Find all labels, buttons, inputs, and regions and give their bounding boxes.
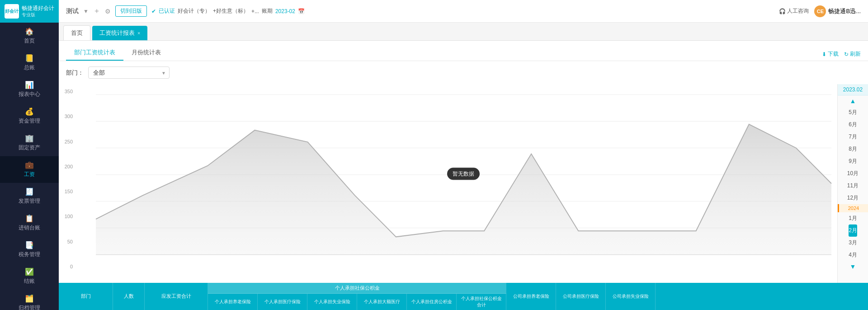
month-item-2023-9月[interactable]: 9月 xyxy=(847,155,859,167)
sidebar-item-salary[interactable]: 💼工资 xyxy=(0,156,59,183)
download-btn[interactable]: ⬇ 下载 xyxy=(822,50,839,58)
sidebar-item-sales[interactable]: 📋进销台账 xyxy=(0,210,59,236)
period-label: 账期 xyxy=(262,7,273,15)
months-2024-list: 1月2月3月4月 xyxy=(849,212,857,261)
chart-area-fill xyxy=(96,124,831,255)
subtabs-actions: ⬇ 下载 ↻ 刷新 xyxy=(822,50,861,61)
sidebar-item-settle[interactable]: ✅结账 xyxy=(0,263,59,290)
year-2023-label: 2023.02 xyxy=(838,84,868,95)
sidebar-label-invoice: 发票管理 xyxy=(19,197,40,205)
sidebar-item-reports[interactable]: 📊报表中心 xyxy=(0,76,59,103)
dept-select[interactable]: 全部销售部财务部人事部技术部 xyxy=(88,67,170,79)
close-tab-btn[interactable]: × xyxy=(137,30,140,36)
months-2023-list: 5月6月7月8月9月10月11月12月 xyxy=(847,106,859,204)
topbar-settings-btn[interactable]: ⚙ xyxy=(105,8,111,15)
more-label: +... xyxy=(251,8,259,14)
topbar-dropdown-arrow[interactable]: ▼ xyxy=(83,8,89,14)
sidebar-label-sales: 进销台账 xyxy=(19,224,40,232)
topbar-title: 测试 xyxy=(66,7,79,15)
sidebar-item-invoice[interactable]: 🧾发票管理 xyxy=(0,183,59,210)
tabbar: 首页 工资统计报表 × xyxy=(59,23,868,41)
th-公司承担养老保险: 公司承担养老保险 xyxy=(506,283,556,310)
sidebar-item-ledger[interactable]: 📒总账 xyxy=(0,49,59,76)
avatar: CE xyxy=(814,5,826,17)
sidebar-logo: 好会计 畅捷通好会计 专业版 xyxy=(0,0,59,23)
month-item-2023-11月[interactable]: 11月 xyxy=(847,180,859,192)
month-item-2023-5月[interactable]: 5月 xyxy=(847,106,859,119)
th-个人承担医疗保险: 个人承担医疗保险 xyxy=(258,294,307,310)
dept-label: 部门： xyxy=(66,69,84,77)
sidebar-item-assets[interactable]: 🏢固定资产 xyxy=(0,129,59,156)
month-item-2024-2月[interactable]: 2月 xyxy=(849,224,857,237)
y-label-0: 0 xyxy=(59,264,75,269)
sidebar: 好会计 畅捷通好会计 专业版 🏠首页📒总账📊报表中心💰资金管理🏢固定资产💼工资🧾… xyxy=(0,0,59,310)
sidebar-nav: 🏠首页📒总账📊报表中心💰资金管理🏢固定资产💼工资🧾发票管理📋进销台账📑税务管理✅… xyxy=(0,23,59,310)
month-item-2023-8月[interactable]: 8月 xyxy=(847,143,859,155)
year-2024-header: 2024 xyxy=(838,204,868,212)
sidebar-item-home[interactable]: 🏠首页 xyxy=(0,23,59,49)
table-header: 部门人数应发工资合计个人承担社保公积金个人承担养老保险个人承担医疗保险个人承担失… xyxy=(59,283,868,310)
headset-icon: 🎧 xyxy=(779,8,786,14)
invoice-icon: 🧾 xyxy=(25,187,34,196)
year-2024-label: 2024 xyxy=(848,205,859,211)
tab-salary-label: 工资统计报表 xyxy=(99,29,135,37)
chart-wrapper: 050100150200250300350 xyxy=(59,84,868,283)
th-公司承担医疗保险: 公司承担医疗保险 xyxy=(556,283,606,310)
cert-icon: ✔ xyxy=(151,8,156,14)
th-个人承担失业保险: 个人承担失业保险 xyxy=(307,294,357,310)
sales-icon: 📋 xyxy=(25,214,34,223)
sidebar-label-assets: 固定资产 xyxy=(19,144,40,152)
y-label-200: 200 xyxy=(59,164,75,169)
refresh-btn[interactable]: ↻ 刷新 xyxy=(844,50,861,58)
topbar: 测试 ▼ ＋ ⚙ 切到旧版 ✔ 已认证 好会计（专） +好生意（标） +... … xyxy=(59,0,868,23)
download-icon: ⬇ xyxy=(822,51,826,57)
topbar-right: 🎧 人工咨询 CE 畅捷通B迅... xyxy=(779,5,861,17)
main-content: 测试 ▼ ＋ ⚙ 切到旧版 ✔ 已认证 好会计（专） +好生意（标） +... … xyxy=(59,0,868,310)
refresh-icon: ↻ xyxy=(844,51,849,57)
logo-icon: 好会计 xyxy=(5,4,19,19)
sidebar-label-salary: 工资 xyxy=(24,171,35,178)
month-item-2023-10月[interactable]: 10月 xyxy=(847,167,859,180)
month-item-2024-4月[interactable]: 4月 xyxy=(849,249,857,261)
sidebar-label-funds: 资金管理 xyxy=(19,117,40,125)
user-menu[interactable]: CE 畅捷通B迅... xyxy=(814,5,861,17)
date-up-arrow[interactable]: ▲ xyxy=(848,95,858,106)
month-item-2024-3月[interactable]: 3月 xyxy=(849,237,857,249)
settle-icon: ✅ xyxy=(25,267,34,276)
date-sidebar: 2023.02 ▲ 5月6月7月8月9月10月11月12月 2024 1月2月3… xyxy=(837,84,868,283)
subtab-月份统计表[interactable]: 月份统计表 xyxy=(123,45,169,61)
topbar-add-btn[interactable]: ＋ xyxy=(93,6,100,16)
user-name: 畅捷通B迅... xyxy=(828,7,861,15)
sidebar-item-tax[interactable]: 📑税务管理 xyxy=(0,236,59,263)
funds-icon: 💰 xyxy=(25,107,34,116)
tab-salary-report[interactable]: 工资统计报表 × xyxy=(92,26,147,40)
tab-home[interactable]: 首页 xyxy=(63,25,90,40)
month-item-2023-12月[interactable]: 12月 xyxy=(847,192,859,204)
assist-btn[interactable]: 🎧 人工咨询 xyxy=(779,7,809,15)
th-group-header: 个人承担社保公积金 xyxy=(208,283,506,294)
tab-home-label: 首页 xyxy=(71,29,83,37)
y-label-300: 300 xyxy=(59,114,75,119)
assets-icon: 🏢 xyxy=(25,134,34,143)
ledger-icon: 📒 xyxy=(25,54,34,62)
month-item-2023-7月[interactable]: 7月 xyxy=(847,131,859,143)
calendar-icon[interactable]: 📅 xyxy=(298,8,305,14)
sidebar-item-funds[interactable]: 💰资金管理 xyxy=(0,103,59,129)
sidebar-item-archive[interactable]: 🗂️归档管理 xyxy=(0,290,59,310)
sidebar-label-archive: 归档管理 xyxy=(19,304,40,310)
topbar-status: ✔ 已认证 好会计（专） +好生意（标） +... 账期 2023-02 📅 xyxy=(151,7,305,15)
sidebar-label-ledger: 总账 xyxy=(24,64,35,72)
month-item-2023-6月[interactable]: 6月 xyxy=(847,119,859,131)
home-icon: 🏠 xyxy=(25,27,34,36)
month-item-2024-1月[interactable]: 1月 xyxy=(849,212,857,224)
refresh-label: 刷新 xyxy=(850,50,861,58)
th-个人承担大额医疗: 个人承担大额医疗 xyxy=(357,294,407,310)
th-group-personal: 个人承担社保公积金个人承担养老保险个人承担医疗保险个人承担失业保险个人承担大额医… xyxy=(208,283,506,310)
date-down-arrow[interactable]: ▼ xyxy=(848,261,858,272)
switch-version-btn[interactable]: 切到旧版 xyxy=(115,5,147,17)
archive-icon: 🗂️ xyxy=(25,294,34,303)
chart-area: 050100150200250300350 xyxy=(59,84,837,283)
subtab-部门工资统计表[interactable]: 部门工资统计表 xyxy=(66,45,123,61)
y-label-250: 250 xyxy=(59,139,75,144)
th-个人承担住房公积金: 个人承担住房公积金 xyxy=(407,294,457,310)
